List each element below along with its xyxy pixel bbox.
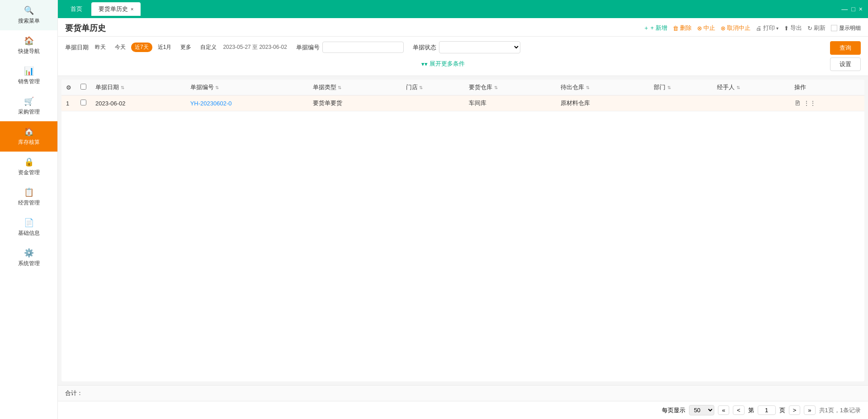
sort-docnum-icon[interactable]: ⇅: [215, 85, 219, 90]
inventory-icon: 🏠: [24, 127, 34, 137]
query-button[interactable]: 查询: [830, 41, 861, 55]
chart-icon: 📊: [24, 66, 34, 76]
filter-date-range: 2023-05-27 至 2023-06-02: [223, 43, 287, 51]
window-restore-icon[interactable]: □: [851, 5, 855, 13]
table-header-date: 单据日期 ⇅: [91, 80, 186, 95]
table-row: 1 2023-06-02 YH-20230602-0 要货单要货 车间库 原材料…: [61, 95, 864, 111]
filter-area: 单据日期 昨天 今天 近7天 近1月 更多 自定义 2023-05-27 至 2…: [58, 37, 868, 76]
show-detail-checkbox[interactable]: [831, 25, 837, 31]
print-button[interactable]: 🖨 打印 ▾: [756, 24, 778, 32]
tab-close-icon[interactable]: ×: [131, 6, 133, 12]
sidebar: 🔍 搜索菜单 🏠 快捷导航 📊 销售管理 🛒 采购管理 🏠 库存核算 🔒 资金管…: [0, 0, 58, 419]
select-all-checkbox[interactable]: [80, 84, 86, 90]
page-number-input[interactable]: [758, 405, 776, 415]
stop-button[interactable]: ⊗ 中止: [697, 24, 715, 32]
show-detail-button[interactable]: 显示明细: [831, 24, 861, 32]
sidebar-item-finance[interactable]: 🔒 资金管理: [0, 152, 57, 182]
ops-icon: 📋: [24, 187, 34, 197]
cart-icon: 🛒: [24, 96, 34, 106]
sort-store-icon[interactable]: ⇅: [419, 85, 423, 90]
quick-btn-more[interactable]: 更多: [177, 43, 195, 52]
sort-date-icon[interactable]: ⇅: [121, 85, 124, 90]
page-last-button[interactable]: »: [804, 405, 815, 415]
table-settings-header[interactable]: ⚙: [61, 80, 76, 95]
row-dept: [649, 95, 712, 111]
sidebar-item-search[interactable]: 🔍 搜索菜单: [0, 0, 57, 30]
sort-doctype-icon[interactable]: ⇅: [338, 85, 341, 90]
page-first-button[interactable]: «: [718, 405, 729, 415]
table-header-dept: 部门 ⇅: [649, 80, 712, 95]
page-content: 要货单历史 ＋ + 新增 🗑 删除 ⊗ 中止 ⊗ 取消中止: [58, 18, 868, 419]
expand-icon: ▾▾: [421, 61, 428, 67]
filter-main-row: 单据日期 昨天 今天 近7天 近1月 更多 自定义 2023-05-27 至 2…: [65, 41, 861, 71]
new-label: + 新增: [651, 24, 667, 32]
sidebar-item-label: 搜索菜单: [18, 17, 40, 25]
refresh-label: 刷新: [814, 24, 826, 32]
table-checkbox-header[interactable]: [76, 80, 91, 95]
page-info: 共1页，1条记录: [819, 406, 861, 414]
refresh-icon: ↻: [807, 25, 812, 32]
quick-btn-7days[interactable]: 近7天: [131, 43, 152, 52]
quick-btn-custom[interactable]: 自定义: [197, 43, 220, 52]
window-close-icon[interactable]: ×: [859, 5, 863, 13]
sort-dept-icon[interactable]: ⇅: [667, 85, 671, 90]
row-edit-icon[interactable]: 🖹: [794, 100, 801, 107]
row-select-checkbox[interactable]: [80, 100, 86, 105]
top-bar: 首页 要货单历史 × — □ ×: [58, 0, 868, 18]
row-more-icon[interactable]: ⋮⋮: [803, 100, 816, 107]
lock-icon: 🔒: [24, 157, 34, 167]
table-header-pending-warehouse: 待出仓库 ⇅: [556, 80, 649, 95]
stop-label: 中止: [703, 24, 715, 32]
row-doc-num[interactable]: YH-20230602-0: [186, 95, 308, 111]
page-label: 第: [748, 406, 754, 414]
docnum-filter-label: 单据编号: [296, 43, 320, 52]
tab-history[interactable]: 要货单历史 ×: [91, 2, 141, 16]
per-page-label: 每页显示: [662, 406, 685, 414]
sort-pending-warehouse-icon[interactable]: ⇅: [586, 85, 590, 90]
sidebar-item-system[interactable]: ⚙️ 系统管理: [0, 243, 57, 273]
new-icon: ＋: [643, 24, 649, 32]
sidebar-item-quicknav[interactable]: 🏠 快捷导航: [0, 30, 57, 61]
sidebar-item-purchase[interactable]: 🛒 采购管理: [0, 91, 57, 121]
table-header-handler: 经手人 ⇅: [712, 80, 790, 95]
sidebar-item-inventory[interactable]: 🏠 库存核算: [0, 121, 57, 152]
sort-req-warehouse-icon[interactable]: ⇅: [494, 85, 498, 90]
filter-settings-button[interactable]: 设置: [830, 57, 861, 71]
row-checkbox[interactable]: [76, 95, 91, 111]
expand-label: 展开更多条件: [429, 60, 465, 68]
refresh-button[interactable]: ↻ 刷新: [807, 24, 826, 32]
page-prev-button[interactable]: <: [733, 405, 745, 415]
status-filter-label: 单据状态: [413, 43, 436, 52]
data-table: ⚙ 单据日期 ⇅ 单据编号 ⇅ 单据类型 ⇅: [61, 80, 864, 111]
action-buttons: 查询 设置: [830, 41, 861, 71]
new-button[interactable]: ＋ + 新增: [643, 24, 667, 32]
sidebar-item-label: 经营管理: [18, 199, 40, 207]
sidebar-item-sales[interactable]: 📊 销售管理: [0, 61, 57, 91]
main-area: 首页 要货单历史 × — □ × 要货单历史 ＋ + 新增 🗑 删除: [58, 0, 868, 419]
quick-btn-yesterday[interactable]: 昨天: [91, 43, 109, 52]
cancel-stop-button[interactable]: ⊗ 取消中止: [721, 24, 750, 32]
status-select[interactable]: [439, 41, 520, 53]
sidebar-item-operations[interactable]: 📋 经营管理: [0, 182, 57, 212]
delete-label: 删除: [680, 24, 692, 32]
row-pending-warehouse: 原材料仓库: [556, 95, 649, 111]
print-dropdown-icon: ▾: [776, 26, 778, 31]
print-label: 打印: [763, 24, 775, 32]
table-header-req-warehouse: 要货仓库 ⇅: [464, 80, 556, 95]
window-minimize-icon[interactable]: —: [841, 5, 848, 13]
window-controls: — □ ×: [841, 5, 863, 13]
row-store: [401, 95, 465, 111]
quick-btn-today[interactable]: 今天: [111, 43, 129, 52]
page-next-button[interactable]: >: [789, 405, 801, 415]
docnum-input[interactable]: [322, 42, 404, 53]
quick-btn-1month[interactable]: 近1月: [154, 43, 175, 52]
sidebar-item-label: 采购管理: [18, 108, 40, 116]
tab-home[interactable]: 首页: [63, 2, 90, 16]
per-page-select[interactable]: 50 100: [689, 405, 714, 415]
export-button[interactable]: ⬆ 导出: [784, 24, 802, 32]
expand-more-button[interactable]: ▾▾ 展开更多条件: [421, 60, 465, 68]
sort-handler-icon[interactable]: ⇅: [736, 85, 740, 90]
sidebar-item-basics[interactable]: 📄 基础信息: [0, 212, 57, 243]
delete-button[interactable]: 🗑 删除: [673, 24, 692, 32]
page-end-label: 页: [779, 406, 785, 414]
